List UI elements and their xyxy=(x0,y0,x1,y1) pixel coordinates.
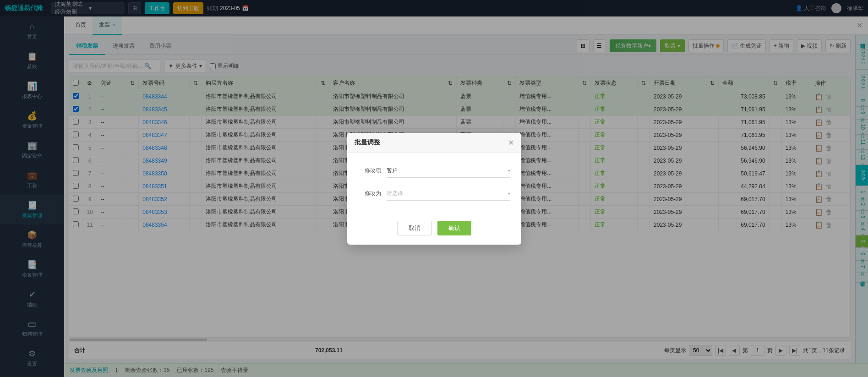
modal-body: 修改项 客户 ▾ 修改为 请选择 ▾ xyxy=(347,153,521,217)
modal-field-value: 客户 xyxy=(387,167,398,175)
modal-cancel-btn[interactable]: 取消 xyxy=(397,221,432,235)
modal-change-label: 修改为 xyxy=(358,190,381,197)
modal-change-dropdown-icon: ▾ xyxy=(508,191,510,196)
modal-footer: 取消 确认 xyxy=(347,217,521,245)
modal-field-dropdown-icon: ▾ xyxy=(508,168,510,173)
modal-header: 批量调整 ✕ xyxy=(347,133,521,153)
modal-field-label: 修改项 xyxy=(358,167,381,175)
modal-close-btn[interactable]: ✕ xyxy=(508,138,514,147)
modal-change-row: 修改为 请选择 ▾ xyxy=(358,187,510,201)
modal-field-row: 修改项 客户 ▾ xyxy=(358,164,510,178)
modal-change-select[interactable]: 请选择 ▾ xyxy=(387,187,510,201)
modal-field-select[interactable]: 客户 ▾ xyxy=(387,164,510,178)
modal-overlay: 批量调整 ✕ 修改项 客户 ▾ 修改为 请选择 ▾ 取消 确认 xyxy=(0,0,868,377)
modal-title: 批量调整 xyxy=(355,138,380,147)
batch-adjust-modal: 批量调整 ✕ 修改项 客户 ▾ 修改为 请选择 ▾ 取消 确认 xyxy=(347,133,521,245)
modal-confirm-btn[interactable]: 确认 xyxy=(437,221,471,235)
modal-change-placeholder: 请选择 xyxy=(387,190,403,197)
